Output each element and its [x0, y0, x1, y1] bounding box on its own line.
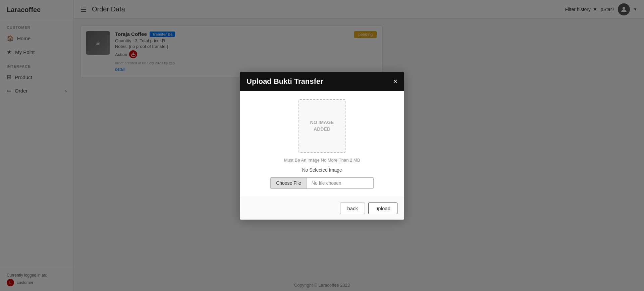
- upload-button[interactable]: upload: [368, 202, 397, 214]
- no-selected-text: No Selected Image: [302, 167, 342, 173]
- modal-body: NO IMAGEADDED Must Be An Image No More T…: [240, 91, 404, 197]
- upload-modal: Upload Bukti Transfer × NO IMAGEADDED Mu…: [240, 72, 404, 220]
- no-image-text: NO IMAGEADDED: [310, 119, 334, 132]
- file-name-display: No file chosen: [307, 177, 374, 189]
- image-constraint-text: Must Be An Image No More Than 2 MB: [284, 158, 360, 163]
- modal-header: Upload Bukti Transfer ×: [240, 72, 404, 91]
- choose-file-button[interactable]: Choose File: [270, 177, 307, 189]
- modal-title: Upload Bukti Transfer: [247, 77, 323, 86]
- image-placeholder: NO IMAGEADDED: [299, 99, 345, 153]
- modal-overlay: Upload Bukti Transfer × NO IMAGEADDED Mu…: [0, 0, 644, 291]
- modal-close-button[interactable]: ×: [393, 77, 397, 86]
- modal-footer: back upload: [240, 197, 404, 220]
- file-input-row: Choose File No file chosen: [270, 177, 374, 189]
- back-button[interactable]: back: [340, 202, 365, 214]
